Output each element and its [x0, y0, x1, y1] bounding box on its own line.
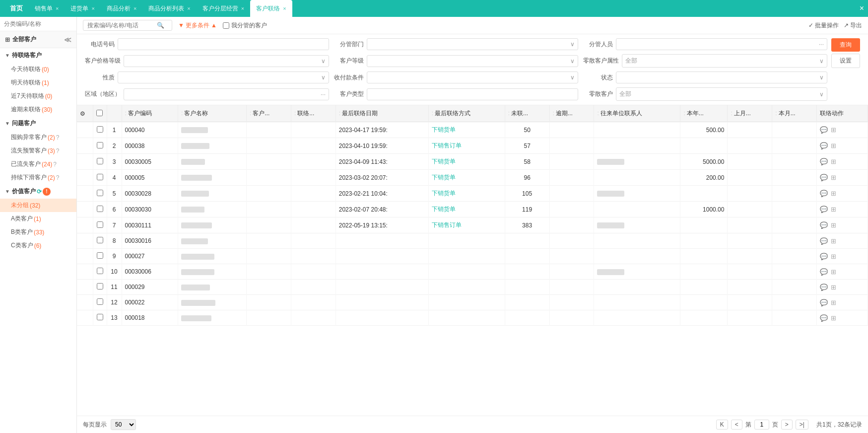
close-purchase-tab[interactable]: ×	[91, 5, 94, 11]
col-this-month[interactable]: :本月...	[772, 105, 817, 122]
action-grid-icon[interactable]: ⊞	[831, 142, 836, 149]
action-comment-icon[interactable]: 💬	[820, 206, 828, 213]
close-product-list-tab[interactable]: ×	[187, 5, 190, 11]
action-grid-icon[interactable]: ⊞	[831, 314, 836, 322]
phone-input[interactable]	[118, 38, 329, 50]
action-grid-icon[interactable]: ⊞	[831, 299, 836, 306]
row-actions[interactable]: 💬 ⊞	[817, 170, 868, 186]
row-checkbox[interactable]	[93, 186, 107, 202]
col-type[interactable]: :客户...	[247, 105, 291, 122]
row-actions[interactable]: 💬 ⊞	[817, 217, 868, 233]
row-checkbox[interactable]	[93, 138, 107, 154]
col-last-month[interactable]: :上月...	[728, 105, 772, 122]
manager-input[interactable]: ···	[616, 38, 827, 50]
nav-sales[interactable]: 销售单 ×	[29, 0, 65, 17]
action-grid-icon[interactable]: ⊞	[831, 221, 836, 229]
action-comment-icon[interactable]: 💬	[820, 126, 828, 134]
refresh-icon[interactable]: ⟳	[37, 188, 42, 195]
action-comment-icon[interactable]: 💬	[820, 253, 828, 260]
batch-ops-btn[interactable]: ✓ 批量操作	[808, 21, 839, 30]
dept-select[interactable]: ∨	[367, 38, 578, 50]
col-no-contact[interactable]: :未联...	[505, 105, 549, 122]
col-contact-person[interactable]: :往来单位联系人	[594, 105, 680, 122]
nav-product-analysis[interactable]: 商品分析 ×	[101, 0, 142, 17]
reset-button[interactable]: 设置	[831, 54, 860, 68]
sidebar-item-classA[interactable]: A类客户(1)	[0, 212, 76, 225]
payment-select[interactable]: ∨	[367, 72, 578, 83]
action-grid-icon[interactable]: ⊞	[831, 237, 836, 245]
action-comment-icon[interactable]: 💬	[820, 190, 828, 197]
col-name[interactable]: :客户名称	[178, 105, 246, 122]
my-customers-checkbox[interactable]	[223, 22, 229, 29]
row-checkbox[interactable]	[93, 233, 107, 249]
action-comment-icon[interactable]: 💬	[820, 284, 828, 291]
select-all-checkbox[interactable]	[96, 110, 103, 116]
sidebar-item-tomorrow[interactable]: 明天待联络(1)	[0, 76, 76, 89]
sidebar-group-problem[interactable]: ▼ 问题客户	[0, 116, 76, 131]
row-checkbox[interactable]	[93, 202, 107, 217]
row-last-way[interactable]	[428, 249, 505, 264]
region-input[interactable]: ···	[124, 88, 329, 100]
next-page-btn[interactable]: >	[781, 420, 793, 430]
row-actions[interactable]: 💬 ⊞	[817, 310, 868, 326]
row-last-way[interactable]: 下销货单	[428, 154, 505, 170]
row-checkbox[interactable]	[93, 295, 107, 310]
row-checkbox[interactable]	[93, 122, 107, 138]
main-search-input[interactable]	[87, 22, 157, 29]
price-level-select[interactable]: ∨	[124, 55, 329, 67]
row-last-way[interactable]	[428, 280, 505, 295]
close-segment-tab[interactable]: ×	[241, 5, 244, 11]
row-checkbox[interactable]	[93, 280, 107, 295]
sidebar-item-today[interactable]: 今天待联络(0)	[0, 63, 76, 76]
row-checkbox[interactable]	[93, 154, 107, 170]
action-grid-icon[interactable]: ⊞	[831, 158, 836, 165]
action-grid-icon[interactable]: ⊞	[831, 284, 836, 291]
action-comment-icon[interactable]: 💬	[820, 237, 828, 245]
customer-type-input[interactable]	[367, 88, 578, 100]
row-actions[interactable]: 💬 ⊞	[817, 186, 868, 202]
row-actions[interactable]: 💬 ⊞	[817, 295, 868, 310]
row-actions[interactable]: 💬 ⊞	[817, 264, 868, 280]
col-last-date[interactable]: :最后联络日期	[335, 105, 428, 122]
action-grid-icon[interactable]: ⊞	[831, 206, 836, 213]
close-contact-tab[interactable]: ×	[283, 5, 286, 11]
col-code[interactable]: :客户编码	[122, 105, 178, 122]
sidebar-all-customers[interactable]: ⊞ 全部客户 ≪	[0, 31, 76, 48]
sidebar-search-box[interactable]: 🔍	[0, 17, 76, 31]
zero-customer-select[interactable]: 全部 ∨	[616, 87, 827, 101]
export-btn[interactable]: ↗ 导出	[844, 21, 862, 30]
last-page-btn[interactable]: >|	[796, 420, 808, 430]
action-comment-icon[interactable]: 💬	[820, 158, 828, 165]
action-grid-icon[interactable]: ⊞	[831, 190, 836, 197]
prev-page-btn[interactable]: <	[731, 420, 742, 430]
action-comment-icon[interactable]: 💬	[820, 299, 828, 306]
row-actions[interactable]: 💬 ⊞	[817, 138, 868, 154]
sidebar-item-abnormal[interactable]: 囤购异常客户(2)?	[0, 131, 76, 144]
row-last-way[interactable]: 下销货单	[428, 170, 505, 186]
row-checkbox[interactable]	[93, 264, 107, 280]
more-filters-btn[interactable]: ▼ 更多条件 ▲	[178, 21, 217, 30]
close-sales-tab[interactable]: ×	[56, 5, 59, 11]
main-search-box[interactable]: 🔍	[83, 20, 172, 31]
action-comment-icon[interactable]: 💬	[820, 142, 828, 149]
sidebar-item-loss-warning[interactable]: 流失预警客户(3)?	[0, 144, 76, 157]
col-checkbox[interactable]	[93, 105, 107, 122]
status-select[interactable]: ∨	[616, 72, 827, 83]
nature-select[interactable]: ∨	[118, 72, 329, 83]
row-last-way[interactable]: 下销货单	[428, 122, 505, 138]
search-button[interactable]: 查询	[831, 38, 860, 52]
row-last-way[interactable]	[428, 264, 505, 280]
row-actions[interactable]: 💬 ⊞	[817, 280, 868, 295]
action-comment-icon[interactable]: 💬	[820, 314, 828, 322]
action-comment-icon[interactable]: 💬	[820, 268, 828, 276]
first-page-btn[interactable]: K	[716, 420, 728, 430]
action-grid-icon[interactable]: ⊞	[831, 174, 836, 181]
nav-product-analysis-list[interactable]: 商品分析列表 ×	[142, 0, 196, 17]
col-overdue[interactable]: :逾期...	[549, 105, 594, 122]
row-actions[interactable]: 💬 ⊞	[817, 122, 868, 138]
row-actions[interactable]: 💬 ⊞	[817, 233, 868, 249]
row-checkbox[interactable]	[93, 249, 107, 264]
sidebar-item-classC[interactable]: C类客户(6)	[0, 239, 76, 252]
row-last-way[interactable]	[428, 233, 505, 249]
sidebar-item-declining[interactable]: 持续下滑客户(2)?	[0, 171, 76, 184]
